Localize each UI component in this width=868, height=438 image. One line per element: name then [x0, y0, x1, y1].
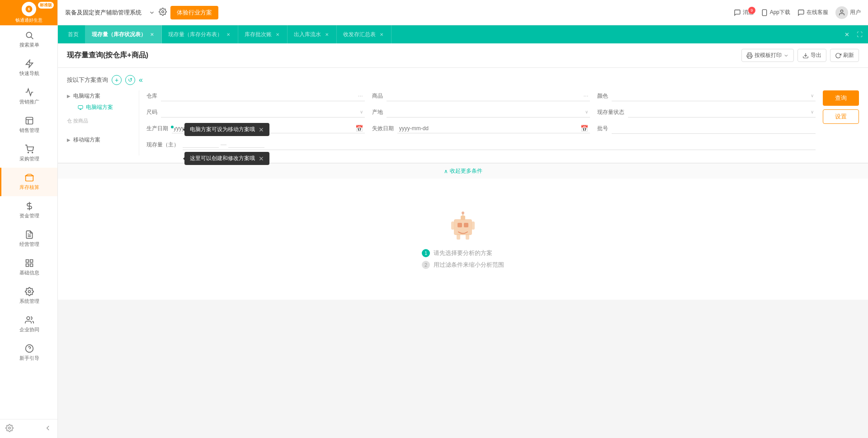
settings-footer-icon[interactable] — [5, 424, 14, 433]
tooltip-scheme-hint-close[interactable]: ✕ — [259, 126, 264, 133]
goods-label: 商品 — [372, 92, 383, 100]
scheme-desktop-parent[interactable]: ▶ 电脑端方案 — [67, 90, 133, 102]
system-dropdown[interactable] — [149, 9, 155, 16]
collapse-label: 收起更多条件 — [450, 167, 482, 175]
tooltip-create-hint: 这里可以创建和修改方案哦 ✕ — [184, 152, 269, 165]
collapse-bar[interactable]: ∧ 收起更多条件 — [58, 163, 868, 179]
query-reset-btn[interactable]: ↺ — [125, 75, 135, 85]
tab-close-inout-flow[interactable]: ✕ — [324, 31, 330, 38]
tab-home[interactable]: 首页 — [61, 25, 85, 43]
collapse-sidebar-icon[interactable] — [44, 424, 52, 433]
app-download-label: App下载 — [770, 9, 790, 16]
tab-close-batch-account[interactable]: ✕ — [274, 31, 281, 38]
tab-inout-flow[interactable]: 出入库流水 ✕ — [288, 25, 337, 43]
export-btn[interactable]: 导出 — [797, 49, 826, 62]
scheme-desktop-item[interactable]: 电脑端方案 — [74, 102, 133, 113]
svg-rect-14 — [30, 264, 33, 267]
user-action[interactable]: 用户 — [835, 6, 861, 19]
expire-date-calendar-icon[interactable]: 📅 — [580, 125, 588, 132]
sidebar-item-guide[interactable]: 新手引导 — [0, 339, 57, 367]
tab-expand[interactable]: ⛶ — [855, 29, 864, 40]
query-arrow-btn[interactable]: « — [139, 76, 143, 84]
batch-no-label: 批号 — [597, 125, 608, 132]
empty-tip-1: 1 请先选择要分析的方案 — [422, 249, 504, 257]
tab-inventory-dist[interactable]: 现存量（库存分布表） ✕ — [162, 25, 238, 43]
search-button[interactable]: 查询 — [823, 90, 859, 106]
sidebar-item-search-label: 搜索菜单 — [19, 42, 39, 48]
warehouse-input[interactable]: ··· — [161, 90, 365, 101]
sidebar-item-marketing[interactable]: 营销推广 — [0, 82, 57, 111]
sidebar-item-search[interactable]: 搜索菜单 — [0, 25, 57, 54]
stock-main-range[interactable]: — — [183, 139, 816, 150]
system-name: 装备及固定资产辅助管理系统 — [65, 9, 142, 17]
tab-close-inventory-dist[interactable]: ✕ — [225, 31, 231, 38]
set-button[interactable]: 设置 — [823, 109, 859, 124]
user-avatar — [835, 6, 848, 19]
tooltip-scheme-hint: 电脑方案可设为移动方案哦 ✕ — [184, 123, 269, 136]
svg-point-6 — [28, 152, 29, 153]
query-add-btn[interactable]: + — [112, 75, 122, 85]
tab-batch-account-label: 库存批次账 — [245, 31, 272, 38]
color-input[interactable]: ∨ — [612, 90, 816, 101]
user-label: 用户 — [850, 9, 861, 16]
goods-input[interactable]: ··· — [387, 90, 590, 101]
filter-size: 尺码 ∨ — [146, 107, 365, 118]
sidebar-item-inventory[interactable]: 库存核算 — [0, 168, 57, 196]
logo-icon: 6 — [22, 2, 36, 16]
tab-inventory-status[interactable]: 现存量（库存状况表） ✕ — [85, 25, 162, 43]
tab-close-inventory-status[interactable]: ✕ — [149, 31, 155, 38]
sidebar-item-operations-label: 经营管理 — [19, 241, 39, 248]
sidebar-item-purchase[interactable]: 采购管理 — [0, 139, 57, 168]
stock-status-input[interactable]: ∨ — [628, 107, 816, 118]
top-header-right: 9 消息 App下载 在线客服 用户 — [734, 6, 861, 19]
empty-state: 1 请先选择要分析的方案 2 用过滤条件来缩小分析范围 — [58, 179, 868, 300]
sidebar-item-system[interactable]: 系统管理 — [0, 282, 57, 310]
content: 现存量查询(按仓库+商品) 按模板打印 导出 刷新 — [58, 43, 868, 438]
filter-warehouse: 仓库 ··· — [146, 90, 365, 101]
color-label: 颜色 — [597, 92, 608, 100]
message-action[interactable]: 9 消息 — [734, 9, 754, 16]
svg-point-24 — [840, 10, 843, 12]
sidebar-item-marketing-label: 营销推广 — [19, 99, 39, 105]
prod-date-calendar-icon[interactable]: 📅 — [355, 125, 363, 132]
refresh-btn[interactable]: 刷新 — [830, 49, 859, 62]
empty-illustration — [445, 206, 481, 242]
sidebar-item-system-label: 系统管理 — [19, 298, 39, 305]
expire-date-field[interactable] — [399, 125, 581, 132]
tooltip-create-hint-close[interactable]: ✕ — [259, 155, 264, 162]
scheme-mobile-parent[interactable]: ▶ 移动端方案 — [67, 134, 133, 146]
filter-batch-no: 批号 — [597, 123, 816, 134]
stock-main-from[interactable] — [183, 141, 219, 148]
sidebar-item-enterprise[interactable]: 企业协同 — [0, 310, 57, 339]
batch-no-input[interactable] — [612, 123, 816, 134]
sidebar-item-quick-nav[interactable]: 快速导航 — [0, 54, 57, 82]
sidebar-item-finance[interactable]: 资金管理 — [0, 196, 57, 225]
sidebar-item-operations[interactable]: 经营管理 — [0, 225, 57, 253]
collapse-icon: ∧ — [444, 168, 448, 174]
sidebar-logo: 6 畅通通好生意 标准版 — [0, 0, 57, 25]
sidebar-item-purchase-label: 采购管理 — [19, 155, 39, 162]
origin-input[interactable]: ∨ — [387, 107, 590, 118]
size-input[interactable]: ∨ — [161, 107, 365, 118]
online-support-action[interactable]: 在线客服 — [797, 9, 828, 16]
empty-tip-2: 2 用过滤条件来缩小分析范围 — [422, 261, 504, 269]
tab-batch-account[interactable]: 库存批次账 ✕ — [238, 25, 288, 43]
tooltip-create-hint-text: 这里可以创建和修改方案哦 — [190, 155, 255, 162]
print-template-btn[interactable]: 按模板打印 — [741, 49, 794, 62]
sidebar-item-basic[interactable]: 基础信息 — [0, 253, 57, 282]
svg-text:6: 6 — [28, 7, 30, 11]
settings-header-icon[interactable] — [159, 8, 167, 17]
trial-button[interactable]: 体验行业方案 — [170, 6, 218, 19]
tab-close-all[interactable]: ✕ — [843, 29, 851, 40]
sidebar-item-sales[interactable]: 销售管理 — [0, 111, 57, 139]
sidebar-item-sales-label: 销售管理 — [19, 127, 39, 134]
empty-tip-2-text: 用过滤条件来缩小分析范围 — [434, 261, 504, 269]
app-download-action[interactable]: App下载 — [761, 9, 790, 16]
stock-main-to[interactable] — [228, 141, 264, 148]
tab-receive-summary[interactable]: 收发存汇总表 ✕ — [337, 25, 392, 43]
tab-close-receive-summary[interactable]: ✕ — [378, 31, 385, 38]
expire-date-input[interactable]: 📅 — [397, 124, 590, 133]
warehouse-label: 仓库 — [146, 92, 157, 100]
svg-rect-32 — [464, 223, 468, 227]
tab-bar: 首页 现存量（库存状况表） ✕ 现存量（库存分布表） ✕ 库存批次账 ✕ 出入库… — [58, 25, 868, 43]
